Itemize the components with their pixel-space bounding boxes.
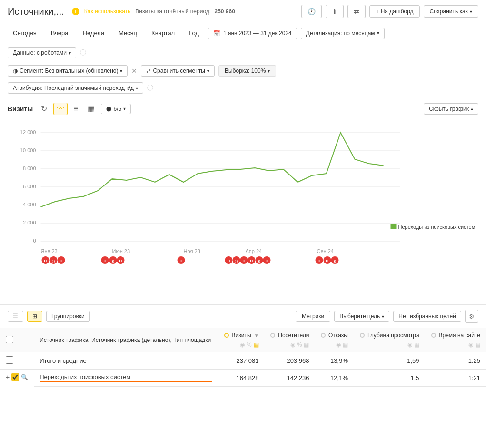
pie-depth-icon[interactable]: ◉ bbox=[407, 341, 412, 348]
svg-text:Ноя 23: Ноя 23 bbox=[184, 248, 200, 254]
metrics-button[interactable]: Метрики bbox=[296, 311, 330, 322]
pie-time-icon[interactable]: ◉ bbox=[468, 341, 473, 348]
arrows-button[interactable]: ⇄ bbox=[347, 5, 366, 18]
radio-bounces[interactable] bbox=[321, 333, 326, 338]
visits-info: Визиты за отчётный период: 250 960 bbox=[135, 8, 235, 15]
export-button[interactable]: ⬆ bbox=[326, 5, 344, 18]
chevron-down-icon: ▾ bbox=[377, 30, 379, 36]
chevron-down-icon: ▾ bbox=[382, 314, 384, 319]
bar-bounces-icon[interactable]: ▦ bbox=[343, 341, 348, 348]
svg-text:8 000: 8 000 bbox=[23, 166, 36, 171]
radio-depth[interactable] bbox=[360, 333, 365, 338]
svg-text:Н: Н bbox=[243, 259, 246, 263]
chart-title: Визиты bbox=[8, 105, 33, 113]
time-header: Время на сайте ◉ ▦ bbox=[425, 328, 486, 352]
row-visits-cell: 164 828 bbox=[218, 370, 265, 387]
radio-visits[interactable] bbox=[224, 333, 229, 338]
percent-visitors-icon[interactable]: % bbox=[297, 341, 302, 348]
chevron-down-icon: ▾ bbox=[136, 86, 138, 91]
compare-segments-button[interactable]: ⇄ Сравнить сегменты ▾ bbox=[141, 65, 215, 77]
chevron-down-icon: ▾ bbox=[123, 106, 126, 111]
period-quarter[interactable]: Квартал bbox=[146, 27, 180, 39]
period-year[interactable]: Год bbox=[184, 27, 204, 39]
chevron-down-icon: ▾ bbox=[120, 68, 122, 74]
expand-button[interactable]: + bbox=[6, 373, 10, 381]
select-all-checkbox[interactable] bbox=[6, 336, 13, 343]
svg-rect-51 bbox=[391, 224, 397, 229]
bar-visitors-icon[interactable]: ▦ bbox=[304, 341, 309, 348]
bounces-header: Отказы ◉ ▦ bbox=[315, 328, 354, 352]
svg-text:Сен 24: Сен 24 bbox=[317, 248, 334, 254]
row-depth-cell: 1,5 bbox=[354, 370, 425, 387]
total-depth-cell: 1,59 bbox=[354, 352, 425, 370]
add-to-dashboard-button[interactable]: + На дашборд bbox=[369, 5, 419, 18]
info-icon: i bbox=[72, 8, 79, 15]
svg-text:)): )) bbox=[112, 259, 115, 263]
data-filter-button[interactable]: Данные: с роботами ▾ bbox=[8, 47, 76, 58]
groupings-button[interactable]: Группировки bbox=[46, 311, 90, 322]
period-month[interactable]: Месяц bbox=[113, 27, 142, 39]
chart-area-button[interactable]: ≡ bbox=[70, 103, 81, 115]
svg-text:2 000: 2 000 bbox=[23, 220, 36, 225]
date-range-button[interactable]: 📅 1 янв 2023 — 31 дек 2024 bbox=[208, 28, 297, 39]
sampling-button[interactable]: Выборка: 100% ▾ bbox=[218, 65, 276, 77]
hide-chart-button[interactable]: Скрыть график ▴ bbox=[424, 103, 478, 115]
row-label-cell[interactable]: Переходы из поисковых систем bbox=[34, 370, 218, 387]
chart-line-button[interactable]: 〰 bbox=[53, 103, 68, 115]
svg-text:6 000: 6 000 bbox=[23, 184, 36, 189]
series-selector-button[interactable]: ⬤ 6/6 ▾ bbox=[101, 104, 131, 114]
segment-button[interactable]: ◑ Сегмент: Без витальных (обновлено) ▾ bbox=[8, 65, 128, 77]
chart-bar-button[interactable]: ▦ bbox=[84, 102, 98, 115]
pie-col-icon[interactable]: ◉ bbox=[240, 341, 245, 348]
fav-goals-button[interactable]: Нет избранных целей bbox=[393, 311, 461, 322]
pie-bounces-icon[interactable]: ◉ bbox=[336, 341, 341, 348]
depth-header: Глубина просмотра ◉ ▦ bbox=[354, 328, 425, 352]
circle-icon: ⬤ bbox=[106, 106, 111, 111]
pie-visitors-icon[interactable]: ◉ bbox=[290, 341, 295, 348]
visitors-header: Посетители ◉ % ▦ bbox=[265, 328, 315, 352]
total-checkbox[interactable] bbox=[6, 356, 13, 364]
svg-text:Н: Н bbox=[119, 259, 122, 263]
detail-button[interactable]: Детализация: по месяцам ▾ bbox=[301, 28, 385, 39]
bar-col-icon[interactable]: ▦ bbox=[254, 341, 259, 348]
save-as-button[interactable]: Сохранить как ▾ bbox=[424, 5, 478, 18]
segment-close-button[interactable]: ✕ bbox=[131, 67, 137, 75]
list-view-button[interactable]: ☰ bbox=[8, 311, 23, 322]
row-visitors-cell: 142 236 bbox=[265, 370, 315, 387]
chart-refresh-button[interactable]: ↻ bbox=[38, 102, 50, 115]
svg-text:Апр 24: Апр 24 bbox=[246, 248, 262, 254]
clock-button[interactable]: 🕐 bbox=[301, 5, 322, 18]
bar-depth-icon[interactable]: ▦ bbox=[414, 341, 419, 348]
compare-icon: ⇄ bbox=[146, 68, 151, 74]
percent-col-icon[interactable]: % bbox=[247, 341, 252, 348]
svg-text:)): )) bbox=[235, 259, 238, 263]
total-row: Итого и средние 237 081 203 968 13,9% 1,… bbox=[0, 352, 486, 370]
table-view-button[interactable]: ⊞ bbox=[27, 311, 42, 322]
data-info-icon: ⓘ bbox=[80, 49, 86, 57]
chevron-down-icon: ▾ bbox=[207, 68, 209, 74]
choose-goal-button[interactable]: Выберите цель ▾ bbox=[334, 311, 389, 322]
svg-text:)): )) bbox=[258, 259, 261, 263]
period-yesterday[interactable]: Вчера bbox=[46, 27, 74, 39]
radio-time[interactable] bbox=[431, 333, 436, 338]
svg-text:0: 0 bbox=[33, 238, 36, 243]
chart-area: 12 000 10 000 8 000 6 000 4 000 2 000 0 … bbox=[8, 120, 478, 291]
svg-text:)): )) bbox=[52, 259, 55, 263]
attribution-row: Атрибуция: Последний значимый переход к/… bbox=[0, 79, 486, 97]
row-checkbox[interactable] bbox=[11, 373, 19, 381]
checkbox-header bbox=[0, 328, 34, 352]
radio-visitors[interactable] bbox=[270, 333, 275, 338]
table-row: + 🔍 Переходы из поисковых систем 164 828… bbox=[0, 370, 486, 387]
search-icon: 🔍 bbox=[21, 374, 28, 380]
sort-arrow-visits[interactable]: ▼ bbox=[254, 333, 259, 338]
how-to-use-link[interactable]: Как использовать bbox=[84, 8, 131, 15]
period-today[interactable]: Сегодня bbox=[8, 27, 42, 39]
svg-text:Н: Н bbox=[266, 259, 268, 263]
bar-time-icon[interactable]: ▦ bbox=[475, 341, 480, 348]
total-visitors-cell: 203 968 bbox=[265, 352, 315, 370]
settings-button[interactable]: ⚙ bbox=[465, 310, 478, 323]
chart-controls: ↻ 〰 ≡ ▦ ⬤ 6/6 ▾ bbox=[38, 102, 131, 115]
attribution-button[interactable]: Атрибуция: Последний значимый переход к/… bbox=[8, 82, 143, 94]
period-week[interactable]: Неделя bbox=[78, 27, 109, 39]
total-time-cell: 1:25 bbox=[425, 352, 486, 370]
